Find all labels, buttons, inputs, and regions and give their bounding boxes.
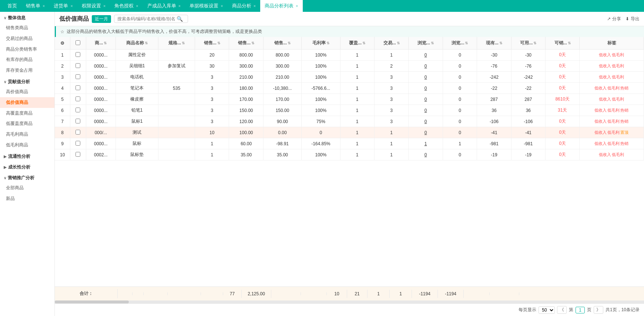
row-checkbox[interactable] [76,74,80,79]
col-header-name[interactable]: 商品名称⇅ [116,37,158,50]
cell-checkbox [70,94,86,105]
row-checkbox[interactable] [76,63,80,68]
sidebar-group-成长性分析[interactable]: ▶成长性分析 [0,161,54,172]
select-all-checkbox[interactable] [76,40,80,45]
row-checkbox[interactable] [76,119,80,123]
prev-page-button[interactable]: 《 [557,306,567,314]
current-page-number[interactable]: 1 [576,307,585,313]
nav-item-权限设置[interactable]: 权限设置× [77,0,110,12]
sidebar-item-新品[interactable]: 新品 [0,193,54,204]
nav-close-icon[interactable]: × [103,4,105,8]
nav-item-角色授权[interactable]: 角色授权× [110,0,142,12]
cell-no: 2 [55,61,70,72]
nav-item-单据模板设置[interactable]: 单据模板设置× [185,0,227,12]
col-header-views1[interactable]: 浏览...⇅ [409,37,443,50]
col-header-available[interactable]: 可用...⇅ [511,37,545,50]
cell-sales-profit: 35.00 [263,149,301,160]
col-header-sales_count[interactable]: 销售...⇅ [195,37,229,50]
scrollbar-thumb[interactable] [55,300,129,303]
sidebar-group-整体信息[interactable]: ∨整体信息 [0,12,54,23]
nav-item-进货单[interactable]: 进货单× [49,0,77,12]
col-header-current_stock[interactable]: 现有...⇅ [477,37,511,50]
pagination-bar: 每页显示50《第1页》共1页，10条记录 [55,303,644,316]
nav-close-icon[interactable]: × [221,4,223,8]
period-button[interactable]: 近一月 [92,15,111,23]
views1-link[interactable]: 0 [425,52,427,58]
row-checkbox[interactable] [76,108,80,112]
views1-link[interactable]: 0 [425,75,427,80]
sidebar-item-商品分类销售率[interactable]: 商品分类销售率 [0,44,54,55]
nav-item-销售单[interactable]: 销售单× [21,0,49,12]
row-checkbox[interactable] [76,52,80,57]
col-header-sales_profit[interactable]: 销售...⇅ [263,37,301,50]
col-header-transactions[interactable]: 交易...⇅ [374,37,408,50]
cell-margin-rate: 100% [302,72,340,83]
search-icon[interactable]: 🔍 [177,16,183,22]
per-page-select[interactable]: 50 [539,306,555,314]
cell-transactions: 3 [374,116,408,127]
sidebar-item-有库存的商品[interactable]: 有库存的商品 [0,54,54,65]
sidebar-group-流通性分析[interactable]: ▶流通性分析 [0,150,54,161]
sidebar-item-全部商品[interactable]: 全部商品 [0,183,54,193]
sidebar-item-低毛利商品[interactable]: 低毛利商品 [0,140,54,150]
cell-current-stock: -76 [477,61,511,72]
search-input[interactable] [117,16,177,21]
nav-item-商品分析列表[interactable]: 商品分析列表× [260,0,302,12]
views1-link[interactable]: 0 [425,130,427,135]
views1-link[interactable]: 0 [425,64,427,69]
sidebar-item-高毛利商品[interactable]: 高毛利商品 [0,129,54,140]
views1-link[interactable]: 1 [425,141,427,146]
nav-item-商品分析[interactable]: 商品分析× [228,0,260,12]
scrollbar[interactable] [55,300,644,303]
nav-close-icon[interactable]: × [178,4,181,8]
next-page-button[interactable]: 》 [594,306,603,314]
col-header-spec[interactable]: 规格...⇅ [158,37,195,50]
sidebar-item-销售类商品[interactable]: 销售类商品 [0,23,54,33]
col-header-margin_rate[interactable]: 毛利率⇅ [302,37,340,50]
views1-link[interactable]: 0 [425,86,427,91]
col-header-sales_amount[interactable]: 销售...⇅ [229,37,263,50]
row-checkbox[interactable] [76,85,80,90]
row-checkbox[interactable] [76,141,80,146]
sidebar-item-低价值商品[interactable]: 低价值商品 [0,97,54,108]
sidebar-item-高覆盖度商品[interactable]: 高覆盖度商品 [0,108,54,119]
views1-link[interactable]: 0 [425,97,427,102]
nav-close-icon[interactable]: × [254,4,256,8]
nav-item-产成品入库单[interactable]: 产成品入库单× [143,0,185,12]
cell-sales-count: 10 [195,127,229,138]
cell-available: -106 [511,116,545,127]
tag-热销: 热销 [620,141,628,146]
row-checkbox[interactable] [76,96,80,101]
data-table: ⚙商...⇅商品名称⇅规格...⇅销售...⇅销售...⇅销售...⇅毛利率⇅覆… [55,37,644,160]
settings-icon[interactable]: ⚙ [60,41,64,46]
export-button[interactable]: ⬇ 导出 [625,16,640,22]
sidebar-item-低覆盖度商品[interactable]: 低覆盖度商品 [0,118,54,129]
row-checkbox[interactable] [76,130,80,135]
sidebar-item-交易过的商品[interactable]: 交易过的商品 [0,33,54,44]
col-header-coverage[interactable]: 覆盖...⇅ [340,37,374,50]
cell-tags: 低收入低毛利 [580,94,644,105]
cell-sales-count: 3 [195,83,229,94]
sidebar-item-高价值商品[interactable]: 高价值商品 [0,86,54,97]
nav-close-icon[interactable]: × [43,4,45,8]
row-checkbox[interactable] [76,152,80,157]
views1-link[interactable]: 0 [425,119,427,124]
sidebar-group-营销推广分析[interactable]: ∨营销推广分析 [0,172,54,183]
share-button[interactable]: ↗ 分享 [607,16,621,22]
cell-transactions: 1 [374,127,408,138]
nav-close-icon[interactable]: × [136,4,138,8]
table-row: 40000...笔记本5353180.00-10,380...-5766.6..… [55,83,644,94]
sidebar-group-贡献值分析[interactable]: ∨贡献值分析 [0,76,54,86]
col-header-views2[interactable]: 浏览...⇅ [443,37,477,50]
nav-item-首页[interactable]: 首页 [3,0,21,12]
col-header-saleable[interactable]: 可销...⇅ [546,37,580,50]
sidebar-item-库存资金占用[interactable]: 库存资金占用 [0,65,54,76]
info-bar: ☆ 这部分商品的销售收入大幅低于商品平均销售收入，价值不高，可考虑调整营销策略，… [55,26,644,37]
col-header-code[interactable]: 商...⇅ [86,37,116,50]
nav-close-icon[interactable]: × [296,4,298,8]
views1-link[interactable]: 0 [425,152,427,157]
nav-close-icon[interactable]: × [70,4,73,8]
cell-sales-count: 1 [195,149,229,160]
cell-current-stock: 36 [477,105,511,116]
views1-link[interactable]: 0 [425,108,427,113]
